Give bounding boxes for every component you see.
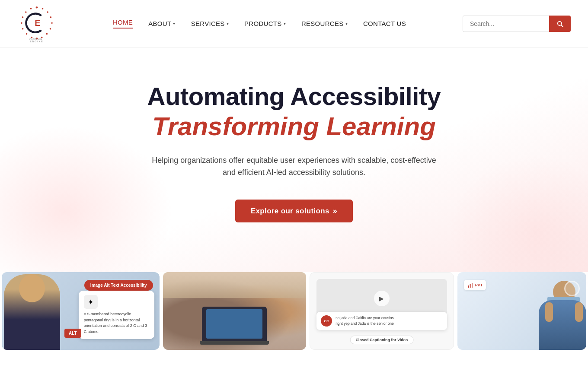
search-button[interactable] (549, 16, 571, 32)
svg-point-4 (51, 22, 53, 24)
hero-subtitle: Helping organizations offer equitable us… (147, 154, 441, 179)
play-button-icon: ▶ (374, 291, 390, 306)
decoration-circle (564, 281, 580, 296)
nav-item-contact[interactable]: CONTACT US (363, 20, 406, 27)
cards-strip: Image Alt Text Accessibility ✦ A 5-membe… (0, 272, 588, 350)
ppt-label: PPT (475, 283, 483, 287)
cc-text-line1: so jada and Caitlin are your cousins (336, 315, 443, 321)
svg-point-7 (41, 36, 43, 38)
nav-item-products[interactable]: PRODUCTS ▾ (244, 20, 286, 27)
nav-link-about[interactable]: ABOUT ▾ (148, 20, 176, 27)
svg-text:ENGINE: ENGINE (30, 40, 43, 43)
nav-link-resources[interactable]: RESOURCES ▾ (301, 20, 348, 27)
nav-link-services[interactable]: SERVICES ▾ (191, 20, 229, 27)
card-person-illustration (4, 274, 60, 350)
alt-text-info-box: ✦ A 5-membered heterocyclic pentagonal r… (79, 291, 154, 339)
svg-rect-20 (470, 284, 471, 288)
alt-text-badge: Image Alt Text Accessibility (84, 280, 153, 291)
cta-label: Explore our solutions (251, 207, 329, 216)
alt-text-info: A 5-membered heterocyclic pentagonal rin… (84, 311, 149, 335)
cc-label: Closed Captioning for Video (350, 336, 413, 344)
cta-chevrons-icon: » (333, 206, 337, 216)
nav-links: HOME ABOUT ▾ SERVICES ▾ PRODUCTS ▾ RESOU… (113, 19, 406, 29)
nav-item-resources[interactable]: RESOURCES ▾ (301, 20, 348, 27)
svg-point-0 (36, 6, 38, 8)
search-input[interactable] (463, 16, 549, 32)
svg-text:CONTINUAL: CONTINUAL (29, 38, 44, 40)
nav-link-products[interactable]: PRODUCTS ▾ (244, 20, 286, 27)
svg-text:E: E (35, 18, 40, 28)
nav-link-contact[interactable]: CONTACT US (363, 20, 406, 27)
chart-icon (467, 282, 473, 288)
svg-point-1 (42, 8, 44, 10)
alt-tag-badge: ALT (64, 329, 81, 338)
svg-rect-19 (468, 285, 469, 288)
svg-point-6 (46, 33, 48, 35)
cta-button[interactable]: Explore our solutions » (235, 200, 353, 222)
svg-rect-21 (472, 283, 473, 288)
svg-point-13 (22, 16, 24, 18)
svg-point-2 (47, 11, 48, 13)
chevron-down-icon: ▾ (284, 21, 286, 26)
svg-point-15 (30, 8, 32, 10)
hero-section: Automating Accessibility Transforming Le… (0, 48, 588, 272)
info-icon: ✦ (88, 298, 93, 306)
svg-point-9 (31, 36, 33, 38)
card-alt-text: Image Alt Text Accessibility ✦ A 5-membe… (2, 272, 160, 350)
chevron-down-icon: ▾ (345, 21, 348, 26)
svg-point-11 (22, 28, 24, 29)
hero-title-line2: Transforming Learning (17, 111, 571, 142)
svg-point-12 (21, 22, 22, 24)
nav-item-services[interactable]: SERVICES ▾ (191, 20, 229, 27)
ppt-badge: PPT (464, 280, 486, 290)
logo[interactable]: E ENGINE CONTINUAL (17, 4, 56, 43)
navbar: E ENGINE CONTINUAL HOME ABOUT ▾ SERVICES… (0, 0, 588, 48)
cc-text-line2: right yep and Jada is the senior one (336, 321, 443, 327)
nav-item-about[interactable]: ABOUT ▾ (148, 20, 176, 27)
cc-bubble: CC so jada and Caitlin are your cousins … (316, 312, 447, 330)
svg-point-3 (50, 16, 52, 18)
svg-point-5 (50, 28, 51, 29)
nav-item-home[interactable]: HOME (113, 19, 133, 29)
search-area (463, 16, 571, 32)
card-laptop-scene (163, 272, 307, 350)
svg-point-14 (25, 11, 27, 13)
hero-title-line1: Automating Accessibility (17, 82, 571, 111)
chevron-down-icon: ▾ (227, 21, 229, 26)
card-closed-captioning: ▶ CC so jada and Caitlin are your cousin… (310, 272, 454, 350)
search-icon (556, 20, 564, 28)
nav-link-home[interactable]: HOME (113, 19, 133, 29)
card-ppt: PPT (457, 272, 586, 350)
cc-avatar: CC (321, 315, 332, 327)
svg-point-10 (26, 33, 28, 35)
chevron-down-icon: ▾ (173, 21, 175, 26)
